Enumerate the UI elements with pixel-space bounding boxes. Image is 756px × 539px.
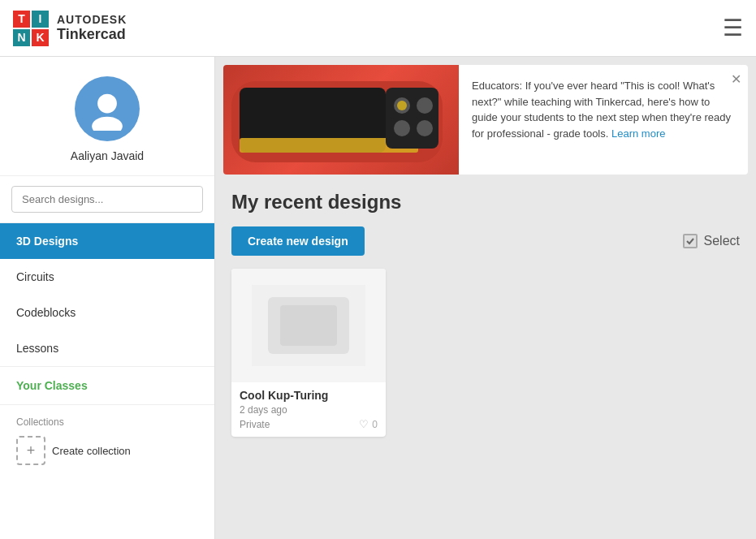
avatar-icon bbox=[85, 87, 129, 131]
logo-cell-t: T bbox=[13, 11, 30, 28]
design-card[interactable]: Cool Kup-Turing 2 days ago Private ♡ 0 bbox=[231, 269, 386, 437]
banner-message: Educators: If you've ever heard "This is… bbox=[472, 80, 731, 140]
designs-grid: Cool Kup-Turing 2 days ago Private ♡ 0 bbox=[231, 269, 740, 437]
checkbox-icon bbox=[685, 236, 695, 246]
banner-image bbox=[223, 65, 459, 175]
svg-rect-13 bbox=[280, 305, 337, 346]
design-thumbnail bbox=[252, 285, 365, 366]
design-privacy: Private bbox=[240, 419, 270, 430]
banner-text: ✕ Educators: If you've ever heard "This … bbox=[459, 65, 748, 175]
select-label[interactable]: Select bbox=[704, 234, 740, 248]
nav-3d-designs[interactable]: 3D Designs bbox=[0, 223, 214, 259]
design-name: Cool Kup-Turing bbox=[240, 389, 378, 402]
collections-section: Collections + Create collection bbox=[0, 405, 214, 476]
design-footer: Private ♡ 0 bbox=[240, 418, 378, 430]
logo-area: T I N K AUTODESK Tinkercad bbox=[13, 11, 127, 46]
sidebar: Aaliyan Javaid 3D Designs Circuits Codeb… bbox=[0, 57, 215, 539]
search-input[interactable] bbox=[11, 186, 203, 213]
banner-device-svg bbox=[223, 65, 459, 175]
header: T I N K AUTODESK Tinkercad ☰ bbox=[0, 0, 756, 57]
section-title: My recent designs bbox=[231, 191, 740, 213]
avatar[interactable] bbox=[75, 76, 140, 141]
create-new-design-button[interactable]: Create new design bbox=[231, 226, 365, 256]
nav-codeblocks[interactable]: Codeblocks bbox=[0, 295, 214, 330]
avatar-section: Aaliyan Javaid bbox=[0, 57, 214, 176]
collection-icon: + bbox=[16, 436, 45, 465]
search-section bbox=[0, 176, 214, 223]
select-checkbox[interactable] bbox=[683, 234, 698, 248]
create-collection-label: Create collection bbox=[52, 445, 131, 457]
nav-circuits[interactable]: Circuits bbox=[0, 259, 214, 295]
username: Aaliyan Javaid bbox=[71, 149, 144, 162]
learn-more-link[interactable]: Learn more bbox=[611, 127, 665, 140]
banner: ✕ Educators: If you've ever heard "This … bbox=[223, 65, 748, 175]
svg-point-1 bbox=[92, 117, 123, 131]
main-content: ✕ Educators: If you've ever heard "This … bbox=[215, 57, 756, 539]
select-area: Select bbox=[683, 234, 740, 248]
banner-close-button[interactable]: ✕ bbox=[731, 71, 741, 87]
logo-text: AUTODESK Tinkercad bbox=[57, 13, 127, 43]
designs-section: My recent designs Create new design Sele… bbox=[215, 183, 756, 445]
logo-cell-n: N bbox=[13, 29, 30, 46]
your-classes-label[interactable]: Your Classes bbox=[16, 379, 88, 392]
svg-point-0 bbox=[97, 94, 117, 114]
svg-point-8 bbox=[394, 120, 410, 136]
svg-rect-5 bbox=[386, 88, 438, 149]
collections-label: Collections bbox=[16, 416, 198, 428]
like-count: 0 bbox=[372, 419, 378, 430]
product-name: Tinkercad bbox=[57, 26, 127, 43]
heart-icon: ♡ bbox=[359, 418, 369, 430]
svg-point-7 bbox=[417, 97, 433, 114]
layout: Aaliyan Javaid 3D Designs Circuits Codeb… bbox=[0, 57, 756, 539]
design-date: 2 days ago bbox=[240, 404, 378, 416]
svg-point-10 bbox=[397, 101, 407, 110]
create-collection-button[interactable]: + Create collection bbox=[16, 436, 198, 465]
logo-cell-i: I bbox=[32, 11, 49, 28]
design-card-image bbox=[231, 269, 386, 382]
brand-name: AUTODESK bbox=[57, 13, 127, 26]
design-card-info: Cool Kup-Turing 2 days ago Private ♡ 0 bbox=[231, 382, 386, 437]
designs-toolbar: Create new design Select bbox=[231, 226, 740, 256]
hamburger-menu[interactable]: ☰ bbox=[723, 15, 743, 41]
logo-cell-k: K bbox=[32, 29, 49, 46]
svg-point-9 bbox=[417, 120, 433, 136]
design-likes: ♡ 0 bbox=[359, 418, 378, 430]
your-classes-section: Your Classes bbox=[0, 367, 214, 405]
logo-grid: T I N K bbox=[13, 11, 49, 46]
nav-lessons[interactable]: Lessons bbox=[0, 330, 214, 366]
nav-section: 3D Designs Circuits Codeblocks Lessons bbox=[0, 223, 214, 367]
